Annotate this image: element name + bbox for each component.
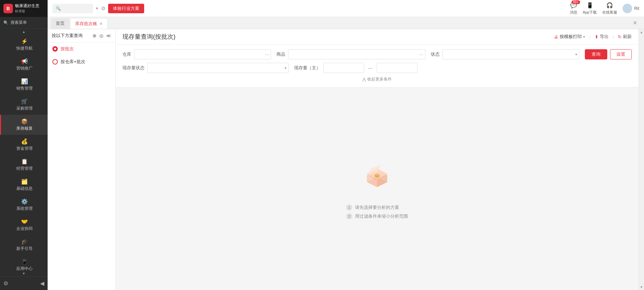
sidebar-settings-icon[interactable]: ⚙ — [3, 280, 8, 287]
app-center-icon: 📱 — [21, 258, 28, 265]
online-service-action[interactable]: 🎧 在线客服 — [602, 2, 617, 15]
inventory-qty-label: 现存量（主） — [294, 65, 321, 71]
print-btn[interactable]: 🖨 按模板打印 ▾ — [554, 34, 585, 40]
sidebar: B 畅康通好生意 标准版 🔍 搜索菜单 ▲ ⚡ 快捷导航 📢 营销推广 📊 销售… — [0, 0, 48, 290]
scrollbar-down-arrow[interactable]: ▼ — [640, 285, 643, 289]
right-content: 现存量查询(按批次) 🖨 按模板打印 ▾ | ⬆ 导出 | ↻ — [116, 29, 639, 290]
finance-icon: 💰 — [21, 138, 28, 145]
user-area[interactable]: Rit — [623, 4, 639, 13]
sidebar-scroll-up[interactable]: ▲ — [0, 29, 48, 35]
tab-home[interactable]: 首页 — [51, 18, 69, 29]
filter-group-warehouse: 仓库 ··· — [122, 49, 271, 59]
page-header: 现存量查询(按批次) 🖨 按模板打印 ▾ | ⬆ 导出 | ↻ — [116, 29, 639, 44]
tip-1-num: 1 — [346, 204, 352, 211]
sidebar-item-collab[interactable]: 🤝 企业协同 — [0, 215, 48, 235]
sidebar-item-label: 基础信息 — [16, 186, 33, 192]
empty-illustration: 😐 — [357, 158, 397, 199]
sidebar-item-basic[interactable]: 🗂️ 基础信息 — [0, 175, 48, 195]
sidebar-item-inventory[interactable]: 📦 库存核算 — [0, 115, 48, 135]
product-input[interactable] — [288, 49, 425, 59]
tip-1-text: 请先选择要分析的方案 — [355, 204, 399, 211]
topbar-search-icon: 🔍 — [56, 6, 61, 11]
scheme-item-by-batch[interactable]: 按批次 — [48, 42, 115, 55]
left-panel-header-icons: ⊕ ◎ ≪ — [92, 33, 111, 38]
topbar: 🔍 ▾ ⚙ 体验行业方案 💬 99+ 消息 📱 App下载 🎧 在线客服 — [48, 0, 644, 17]
sidebar-item-finance[interactable]: 💰 资金管理 — [0, 135, 48, 155]
sidebar-item-app-center[interactable]: 📱 应用中心 — [0, 255, 48, 270]
inventory-qty-to-input[interactable] — [377, 63, 418, 73]
sidebar-collapse-icon[interactable]: ◀ — [40, 280, 44, 287]
export-btn[interactable]: ⬆ 导出 — [595, 34, 609, 40]
sidebar-item-marketing[interactable]: 📢 营销推广 — [0, 55, 48, 75]
page-close-btn[interactable]: ✕ — [633, 20, 637, 26]
scheme-item-by-warehouse-batch[interactable]: 按仓库+批次 — [48, 55, 115, 68]
collapse-more-btn[interactable]: ⋀ 收起更多条件 — [122, 76, 632, 82]
sidebar-search[interactable]: 🔍 搜索菜单 — [0, 17, 48, 29]
sales-icon: 📊 — [21, 78, 28, 85]
query-button[interactable]: 查询 — [585, 49, 607, 59]
warehouse-dots-icon[interactable]: ··· — [265, 52, 269, 57]
inventory-status-select[interactable]: 全部 大于0 等于0 小于0 — [147, 63, 289, 73]
topbar-settings-icon[interactable]: ⚙ — [101, 5, 105, 12]
content-area: 按以下方案查询 ⊕ ◎ ≪ 按批次 按仓库+批次 — [48, 29, 644, 290]
tabbar: 首页 库存批次账 ✕ ✕ — [48, 17, 644, 29]
tip-2-text: 用过滤条件来缩小分析范围 — [355, 213, 408, 219]
app-edition: 标准版 — [15, 9, 39, 14]
warehouse-input-wrapper: ··· — [134, 49, 271, 59]
sidebar-item-label: 经营管理 — [16, 166, 33, 171]
sidebar-item-label: 资金管理 — [16, 146, 33, 151]
scheme-dot-by-batch — [52, 46, 58, 52]
scrollbar-up-arrow[interactable]: ▲ — [640, 30, 643, 34]
scheme-label-by-batch: 按批次 — [61, 46, 74, 52]
sidebar-item-label: 快捷导航 — [16, 46, 33, 51]
sidebar-item-label: 库存核算 — [16, 126, 33, 131]
sidebar-item-sales[interactable]: 📊 销售管理 — [0, 75, 48, 95]
sidebar-scroll-down[interactable]: ▼ — [0, 270, 48, 276]
export-icon: ⬆ — [595, 34, 598, 39]
tab-home-label: 首页 — [56, 20, 65, 26]
sidebar-item-guide[interactable]: 🎓 新手引导 — [0, 235, 48, 255]
left-panel: 按以下方案查询 ⊕ ◎ ≪ 按批次 按仓库+批次 — [48, 29, 116, 290]
ops-icon: 📋 — [21, 158, 28, 165]
print-label: 按模板打印 — [560, 34, 582, 40]
sidebar-item-quick-nav[interactable]: ⚡ 快捷导航 — [0, 35, 48, 55]
inventory-qty-from-input[interactable] — [323, 63, 364, 73]
topbar-search-box[interactable]: 🔍 — [52, 4, 93, 13]
inventory-qty-dash: — — [367, 66, 374, 71]
settings-scheme-icon[interactable]: ◎ — [99, 33, 103, 38]
print-dropdown-icon[interactable]: ▾ — [583, 35, 585, 39]
tab-close-icon[interactable]: ✕ — [99, 22, 103, 26]
sidebar-item-purchase[interactable]: 🛒 采购管理 — [0, 95, 48, 115]
refresh-label: 刷新 — [623, 34, 632, 40]
sidebar-item-ops[interactable]: 📋 经营管理 — [0, 155, 48, 175]
system-icon: ⚙️ — [21, 198, 28, 205]
warehouse-input[interactable] — [134, 49, 271, 59]
status-select[interactable]: 全部 正常 停用 — [442, 49, 579, 59]
settings-button[interactable]: 设置 — [610, 49, 632, 59]
filter-group-product: 商品 ··· — [276, 49, 425, 59]
empty-tips: 1 请先选择要分析的方案 2 用过滤条件来缩小分析范围 — [346, 204, 408, 219]
sidebar-item-label: 销售管理 — [16, 86, 33, 91]
add-scheme-icon[interactable]: ⊕ — [92, 33, 97, 38]
tab-batch-account-label: 库存批次账 — [75, 21, 97, 27]
collapse-panel-icon[interactable]: ≪ — [106, 33, 111, 38]
refresh-btn[interactable]: ↻ 刷新 — [618, 34, 632, 40]
product-dots-icon[interactable]: ··· — [419, 52, 423, 57]
empty-tip-2: 2 用过滤条件来缩小分析范围 — [346, 213, 408, 219]
sidebar-item-system[interactable]: ⚙️ 系统管理 — [0, 195, 48, 215]
scheme-dot-by-warehouse-batch — [52, 59, 58, 65]
message-action[interactable]: 💬 99+ 消息 — [570, 2, 577, 15]
sidebar-item-label: 系统管理 — [16, 206, 33, 212]
scheme-label-by-warehouse-batch: 按仓库+批次 — [61, 59, 85, 65]
export-label: 导出 — [600, 34, 609, 40]
print-icon: 🖨 — [554, 34, 558, 39]
filter-row-1: 仓库 ··· 商品 ··· — [122, 49, 632, 59]
app-download-action[interactable]: 📱 App下载 — [583, 2, 597, 15]
message-label: 消息 — [570, 10, 577, 15]
warehouse-label: 仓库 — [122, 51, 131, 57]
product-input-wrapper: ··· — [288, 49, 425, 59]
experience-btn[interactable]: 体验行业方案 — [108, 4, 144, 13]
tab-batch-account[interactable]: 库存批次账 ✕ — [70, 18, 108, 29]
topbar-dropdown-icon[interactable]: ▾ — [96, 6, 98, 11]
collapse-more-label: 收起更多条件 — [367, 76, 392, 82]
